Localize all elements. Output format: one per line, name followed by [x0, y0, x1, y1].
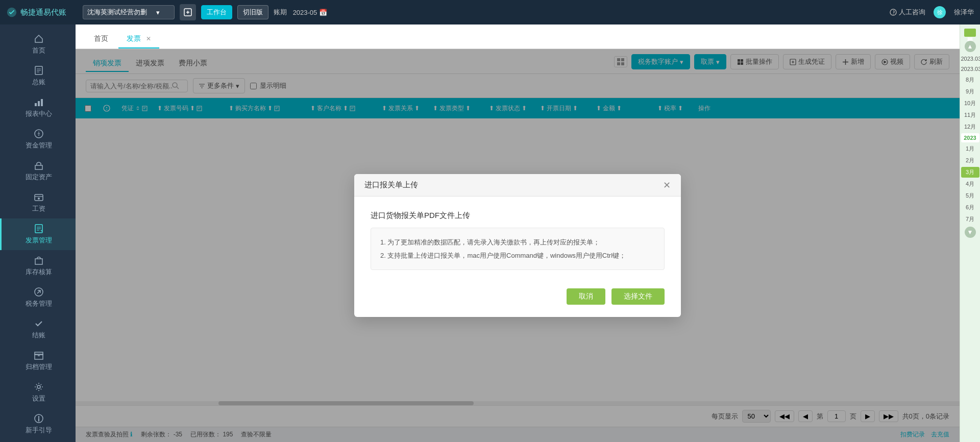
period-value: 2023-05 — [293, 9, 317, 16]
sidebar-item-inventory[interactable]: 库存核算 — [0, 250, 76, 282]
company-name: 沈海英测试经营勿删 — [87, 8, 147, 17]
modal-dialog: 进口报关单上传 ✕ 进口货物报关单PDF文件上传 1. 为了更加精准的数据匹配，… — [354, 174, 681, 317]
sidebar-item-funds[interactable]: 资金管理 — [0, 124, 76, 155]
modal-info-box: 1. 为了更加精准的数据匹配，请先录入海关缴款书，再上传对应的报关单； 2. 支… — [371, 228, 665, 270]
svg-point-17 — [37, 385, 40, 388]
top-bar: 畅捷通易代账 沈海英测试经营勿删 ▾ 工作台 切旧版 账期 2023-05 📅 … — [0, 0, 980, 24]
sidebar-item-vip[interactable]: 畅会员 — [0, 440, 76, 442]
period-item-14[interactable]: 7月 — [961, 214, 979, 225]
user-name: 徐泽华 — [954, 8, 974, 17]
sidebar-item-settings[interactable]: 设置 — [0, 377, 76, 408]
sidebar-item-tax[interactable]: 税务管理 — [0, 282, 76, 313]
modal-cancel-btn[interactable]: 取消 — [567, 288, 605, 305]
switch-version-button[interactable]: 切旧版 — [237, 5, 268, 19]
sidebar-item-settle[interactable]: 结账 — [0, 313, 76, 345]
modal-close-btn[interactable]: ✕ — [663, 181, 671, 190]
tab-bar: 首页 发票 ✕ — [76, 24, 960, 49]
content-area: 销项发票 进项发票 费用小票 税务数字账户 ▾ — [76, 49, 960, 442]
period-select-title[interactable]: 期间选择 — [964, 29, 976, 37]
period-down-btn[interactable]: ▼ — [965, 227, 976, 238]
support-btn[interactable]: 人工咨询 — [890, 8, 925, 17]
modal-info-item-1: 1. 为了更加精准的数据匹配，请先录入海关缴款书，再上传对应的报关单； — [380, 236, 655, 248]
period-item-2[interactable]: 8月 — [961, 75, 979, 85]
period-item-year[interactable]: 2023 — [961, 133, 979, 142]
modal-title: 进口报关单上传 — [364, 180, 418, 190]
period-item-6[interactable]: 12月 — [961, 121, 979, 132]
main-area: 首页 发票 ✕ 销项发票 进项发票 费用小票 — [76, 24, 960, 442]
tab-home[interactable]: 首页 — [86, 30, 116, 48]
sidebar-item-home[interactable]: 首页 — [0, 29, 76, 60]
period-item-0[interactable]: 2023.03 — [961, 54, 979, 63]
svg-rect-5 — [35, 103, 37, 106]
period-item-3[interactable]: 9月 — [961, 86, 979, 97]
period-item-10[interactable]: 3月 — [961, 167, 979, 178]
sidebar-item-archive[interactable]: 归档管理 — [0, 345, 76, 377]
period-item-4[interactable]: 10月 — [961, 98, 979, 109]
right-panel: 期间选择 ▲ 2023.03 2023.03 8月 9月 10月 11月 12月… — [960, 24, 980, 442]
sidebar-item-ledger[interactable]: 总账 — [0, 60, 76, 92]
company-selector[interactable]: 沈海英测试经营勿删 ▾ — [83, 5, 175, 19]
period-item-13[interactable]: 6月 — [961, 202, 979, 213]
period-up-btn[interactable]: ▲ — [965, 41, 976, 52]
modal-body: 进口货物报关单PDF文件上传 1. 为了更加精准的数据匹配，请先录入海关缴款书，… — [354, 197, 681, 280]
period-item-8[interactable]: 1月 — [961, 143, 979, 154]
svg-point-3 — [893, 14, 894, 15]
period-item-9[interactable]: 2月 — [961, 155, 979, 166]
period-item-11[interactable]: 4月 — [961, 179, 979, 189]
tab-invoice[interactable]: 发票 ✕ — [118, 30, 159, 48]
calendar-icon[interactable]: 📅 — [319, 9, 327, 16]
top-bar-right: 人工咨询 徐 徐泽华 — [890, 6, 974, 18]
dropdown-arrow-icon: ▾ — [156, 9, 160, 16]
modal-upload-title: 进口货物报关单PDF文件上传 — [371, 211, 665, 220]
user-avatar: 徐 — [934, 6, 946, 18]
period-item-12[interactable]: 5月 — [961, 190, 979, 201]
period-item-1[interactable]: 2023.03 — [961, 64, 979, 73]
sidebar: 首页 总账 报表中心 资金管理 固定资产 工资 发票管理 库存核算 — [0, 24, 76, 442]
modal-info-item-2: 2. 支持批量上传进口报关单，mac用户使用Command键，windows用户… — [380, 250, 655, 261]
company-icon-btn[interactable] — [180, 4, 196, 20]
svg-rect-7 — [41, 99, 43, 106]
svg-rect-16 — [35, 352, 43, 355]
svg-point-11 — [38, 198, 40, 200]
svg-rect-9 — [35, 165, 42, 169]
logo-text: 畅捷通易代账 — [20, 8, 66, 17]
sidebar-item-invoice[interactable]: 发票管理 — [0, 218, 76, 250]
sidebar-item-guide[interactable]: 新手引导 — [0, 408, 76, 440]
period-display: 账期 2023-05 📅 — [274, 8, 327, 17]
modal-overlay: 进口报关单上传 ✕ 进口货物报关单PDF文件上传 1. 为了更加精准的数据匹配，… — [76, 49, 960, 442]
tab-close-icon[interactable]: ✕ — [146, 35, 151, 42]
svg-rect-13 — [35, 259, 42, 264]
modal-footer: 取消 选择文件 — [354, 280, 681, 317]
workspace-button[interactable]: 工作台 — [201, 5, 232, 19]
period-item-5[interactable]: 11月 — [961, 110, 979, 120]
svg-rect-6 — [38, 101, 40, 106]
modal-select-file-btn[interactable]: 选择文件 — [611, 288, 665, 305]
sidebar-item-salary[interactable]: 工资 — [0, 187, 76, 218]
sidebar-item-assets[interactable]: 固定资产 — [0, 155, 76, 187]
sidebar-item-reports[interactable]: 报表中心 — [0, 92, 76, 124]
modal-header: 进口报关单上传 ✕ — [354, 174, 681, 197]
logo: 畅捷通易代账 — [6, 7, 78, 18]
